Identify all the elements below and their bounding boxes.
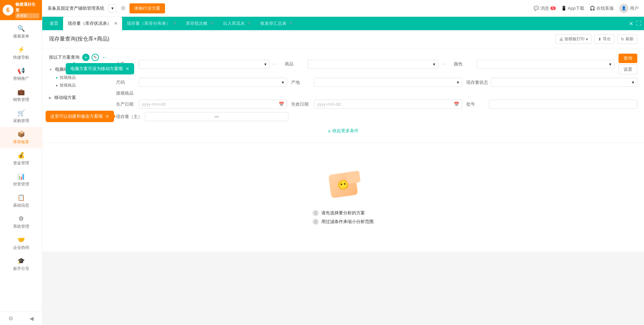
warehouse-dots[interactable]: ··· bbox=[272, 61, 277, 67]
tab-home[interactable]: 首页 bbox=[45, 17, 63, 30]
stock-qty-filter: 现存量（主） — bbox=[116, 112, 288, 121]
user-menu[interactable]: 👤 用户 bbox=[619, 4, 639, 13]
scheme-controls: + ✎ ← bbox=[82, 54, 108, 61]
main-area: 装备及固定资产辅助管理系统 ▾ ⚙ 体验行业方案 💬 消息 6 📱 App下载 … bbox=[42, 0, 644, 325]
filter-label: 按以下方案查询 + ✎ ← bbox=[49, 54, 109, 61]
expiry-date-input[interactable]: yyyy-mm-dd 📅 bbox=[314, 100, 462, 109]
scheme-panel: 按以下方案查询 + ✎ ← 电脑方案可设为移动方案哦 ✕ bbox=[49, 54, 109, 106]
size-filter: 尺码 ▾ bbox=[116, 78, 287, 87]
refresh-button[interactable]: ↻ 刷新 bbox=[617, 34, 637, 44]
stock-qty-range[interactable]: — bbox=[145, 112, 288, 121]
back-button[interactable]: ← bbox=[101, 54, 108, 61]
sidebar-item-sales[interactable]: 💼 销售管理 bbox=[0, 85, 42, 106]
tab-batch-account[interactable]: 库存批次账 ✕ bbox=[181, 17, 218, 30]
topbar-right: 💬 消息 6 📱 App下载 🎧 在线客服 👤 用户 bbox=[534, 4, 639, 13]
purchase-icon: 🛒 bbox=[17, 109, 25, 117]
origin-select[interactable]: ▾ bbox=[314, 78, 462, 87]
chevron-down-icon: ▾ bbox=[264, 62, 267, 67]
step-1-num: 1 bbox=[313, 210, 319, 216]
system-title: 装备及固定资产辅助管理系统 bbox=[48, 5, 104, 11]
empty-illustration: 😶 bbox=[326, 170, 360, 203]
sales-icon: 💼 bbox=[17, 88, 25, 96]
system-select[interactable]: ▾ bbox=[108, 4, 117, 12]
color-select[interactable]: ▾ bbox=[477, 60, 614, 69]
sub-item-1[interactable]: ● 按规格品 bbox=[49, 74, 109, 82]
settings-button[interactable]: ⚙ bbox=[8, 315, 13, 322]
logo-text: 畅捷通好生意 标准版 bbox=[15, 2, 39, 18]
reset-button[interactable]: 设置 bbox=[619, 64, 637, 74]
add-scheme-button[interactable]: + bbox=[82, 54, 90, 61]
step-2-num: 2 bbox=[313, 219, 319, 225]
basic-icon: 📋 bbox=[17, 194, 25, 201]
stock-status-select[interactable]: ▾ bbox=[491, 78, 637, 87]
online-support-button[interactable]: 🎧 在线客服 bbox=[590, 5, 614, 11]
pc-expand-icon[interactable]: ▼ bbox=[49, 68, 52, 71]
tab-recv-summary[interactable]: 收发存汇总表 ✕ bbox=[256, 17, 297, 30]
filter-area: 按以下方案查询 + ✎ ← 电脑方案可设为移动方案哦 ✕ bbox=[42, 48, 644, 143]
production-date-filter: 生产日期 yyyy-mm-dd 📅 bbox=[116, 100, 287, 109]
close-tooltip2-button[interactable]: ✕ bbox=[105, 114, 109, 119]
app-download-button[interactable]: 📱 App下载 bbox=[561, 5, 584, 11]
sidebar: 6 畅捷通好生意 标准版 🔍 搜索菜单 ⚡ 快捷导航 📢 营销推广 💼 销售管理… bbox=[0, 0, 42, 325]
sidebar-item-quick[interactable]: ⚡ 快捷导航 bbox=[0, 43, 42, 64]
print-button[interactable]: 🖨 按模板打印 ▾ bbox=[555, 34, 592, 44]
avatar: 👤 bbox=[619, 4, 629, 13]
stock-qty-max[interactable] bbox=[221, 114, 286, 119]
fullscreen-button[interactable]: ⛶ bbox=[636, 20, 641, 26]
tab-inventory-status[interactable]: 现存量（库存状况表） ✕ bbox=[63, 17, 122, 30]
size-select[interactable]: ▾ bbox=[139, 78, 287, 87]
topbar: 装备及固定资产辅助管理系统 ▾ ⚙ 体验行业方案 💬 消息 6 📱 App下载 … bbox=[42, 0, 644, 17]
close-all-tabs-button[interactable]: ✕ bbox=[629, 20, 633, 27]
sidebar-item-search[interactable]: 🔍 搜索菜单 bbox=[0, 21, 42, 43]
sub-item-2[interactable]: ● 接规格品 bbox=[49, 82, 109, 89]
refresh-icon: ↻ bbox=[621, 37, 624, 42]
batch-input[interactable] bbox=[489, 100, 637, 109]
close-tab-inventory-status[interactable]: ✕ bbox=[114, 21, 117, 26]
sidebar-item-system[interactable]: ⚙ 系统管理 bbox=[0, 212, 42, 233]
edit-scheme-button[interactable]: ✎ bbox=[92, 54, 99, 61]
export-button[interactable]: ⬆ 导出 bbox=[594, 34, 614, 44]
page: 现存量查询(按仓库+商品) 🖨 按模板打印 ▾ ⬆ 导出 ↻ 刷新 bbox=[42, 30, 644, 325]
warehouse-select[interactable]: ▾ bbox=[139, 60, 270, 69]
sidebar-item-finance[interactable]: 💰 资金管理 bbox=[0, 148, 42, 169]
sidebar-item-enterprise[interactable]: 🤝 企业协同 bbox=[0, 233, 42, 254]
page-header: 现存量查询(按仓库+商品) 🖨 按模板打印 ▾ ⬆ 导出 ↻ 刷新 bbox=[42, 30, 644, 48]
collapse-sidebar-button[interactable]: ◀ bbox=[30, 315, 34, 322]
sidebar-item-marketing[interactable]: 📢 营销推广 bbox=[0, 64, 42, 85]
close-tab-batch-account[interactable]: ✕ bbox=[210, 21, 214, 26]
collapse-filter-button[interactable]: ∧ 收起更多条件 bbox=[49, 124, 637, 137]
finance-icon: 💰 bbox=[17, 152, 25, 159]
empty-state: 😶 1 请先选择要分析的方案 2 用过滤条件来缩小分析范围 bbox=[42, 143, 644, 252]
color-filter: 颜色 ▾ bbox=[454, 60, 614, 69]
message-badge: 6 bbox=[550, 6, 556, 10]
close-tooltip1-button[interactable]: ✕ bbox=[125, 66, 129, 71]
message-button[interactable]: 💬 消息 6 bbox=[534, 5, 556, 11]
tabbar: 首页 现存量（库存状况表） ✕ 现存量（库存分布表） ✕ 库存批次账 ✕ 出入库… bbox=[42, 17, 644, 30]
close-tab-inventory-dist[interactable]: ✕ bbox=[173, 21, 176, 26]
tab-inventory-dist[interactable]: 现存量（库存分布表） ✕ bbox=[122, 17, 181, 30]
mobile-expand-icon[interactable]: ▶ bbox=[49, 96, 52, 100]
sidebar-item-guide[interactable]: 🎓 新手引导 bbox=[0, 254, 42, 275]
close-tab-io-flow[interactable]: ✕ bbox=[248, 21, 251, 26]
sidebar-item-operation[interactable]: 📊 经营管理 bbox=[0, 169, 42, 191]
headset-icon: 🎧 bbox=[590, 6, 595, 11]
user-icon: 👤 bbox=[622, 6, 626, 10]
sidebar-item-inventory[interactable]: 📦 库存核算 bbox=[0, 127, 42, 148]
tooltip-scheme-mobile: 电脑方案可设为移动方案哦 ✕ bbox=[66, 63, 134, 74]
sidebar-bottom: ⚙ ◀ bbox=[0, 312, 42, 325]
expiry-date-filter: 失效日期 yyyy-mm-dd 📅 bbox=[291, 100, 462, 109]
gear-icon[interactable]: ⚙ bbox=[121, 5, 125, 11]
batch-filter: 批号 bbox=[466, 100, 637, 109]
trial-button[interactable]: 体验行业方案 bbox=[129, 3, 165, 13]
search-button[interactable]: 查询 bbox=[619, 54, 637, 63]
tab-io-flow[interactable]: 出入库流水 ✕ bbox=[218, 17, 256, 30]
close-tab-recv-summary[interactable]: ✕ bbox=[289, 21, 292, 26]
sidebar-item-basic[interactable]: 📋 基础信息 bbox=[0, 191, 42, 212]
stock-qty-min[interactable] bbox=[148, 114, 213, 119]
production-date-input[interactable]: yyyy-mm-dd 📅 bbox=[139, 100, 287, 109]
export-icon: ⬆ bbox=[598, 37, 601, 42]
sidebar-item-purchase[interactable]: 🛒 采购管理 bbox=[0, 106, 42, 127]
goods-select[interactable]: ▾ bbox=[308, 60, 438, 69]
goods-dots[interactable]: ··· bbox=[441, 61, 445, 67]
page-actions: 🖨 按模板打印 ▾ ⬆ 导出 ↻ 刷新 bbox=[555, 34, 637, 44]
